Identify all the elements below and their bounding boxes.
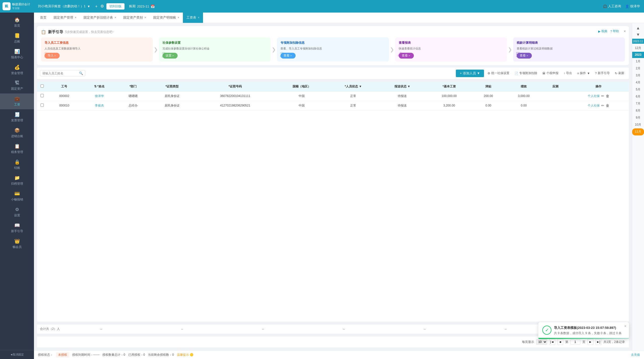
- next-page-button[interactable]: ►: [587, 339, 593, 345]
- settings-gear-icon[interactable]: ⚙: [100, 4, 104, 9]
- calendar-icon[interactable]: 📅: [151, 5, 155, 8]
- ai-consult-button[interactable]: 🎧 人工咨询: [603, 4, 621, 9]
- row2-name-link[interactable]: 李俊杰: [95, 104, 104, 107]
- row2-checkbox[interactable]: [41, 104, 44, 107]
- step-3-desc: 查看、导入员工专项附加扣除信息: [280, 46, 385, 51]
- video-icon: ▶: [598, 30, 600, 33]
- sidebar-unpin-button[interactable]: ◄取消固定: [0, 350, 34, 359]
- calendar-year-2023[interactable]: 2023: [632, 52, 644, 58]
- first-page-button[interactable]: |◄: [549, 339, 555, 345]
- sidebar-item-guide[interactable]: 📖 新手引导: [0, 220, 34, 236]
- row1-checkbox[interactable]: [41, 94, 44, 97]
- sidebar-item-settings[interactable]: ⚙ 设置: [0, 204, 34, 220]
- row1-nationality: 中国: [275, 91, 328, 101]
- export-button[interactable]: ↑ 导出: [562, 70, 574, 76]
- step-2-button[interactable]: 设置＞: [163, 53, 178, 59]
- tab-depreciation-close[interactable]: ×: [114, 16, 116, 19]
- calendar-down-arrow[interactable]: ▼: [635, 32, 641, 38]
- prev-page-button[interactable]: ◄: [557, 339, 563, 345]
- tab-payroll-close[interactable]: ×: [198, 16, 199, 19]
- help-link[interactable]: ? 帮助: [610, 29, 619, 33]
- select-all-checkbox[interactable]: [41, 84, 44, 88]
- sidebar-item-fixed-assets[interactable]: 🏗 固定资产: [0, 78, 34, 93]
- tab-depreciation[interactable]: 固定资产折旧统计表 ×: [80, 13, 120, 23]
- ledger-icon: 📒: [14, 33, 20, 38]
- sidebar-item-reports[interactable]: 📊 报表中心: [0, 46, 34, 62]
- add-account-icon[interactable]: ＋: [94, 4, 98, 9]
- sidebar-item-tax[interactable]: 📋 税务管理: [0, 141, 34, 157]
- sidebar-item-payroll[interactable]: 💼 工资: [0, 93, 34, 109]
- calendar-month-5[interactable]: 5月: [632, 86, 644, 93]
- calendar-month-6[interactable]: 6月: [632, 93, 644, 100]
- current-page-input[interactable]: [570, 339, 580, 344]
- row2-social-insurance-link[interactable]: 个人社保: [588, 104, 600, 108]
- refresh-button[interactable]: ↻ 刷新: [613, 70, 626, 76]
- filter-report-icon[interactable]: ▼: [407, 85, 410, 88]
- fixed-assets-icon: 🏗: [15, 80, 19, 86]
- sidebar-item-home[interactable]: 🏠 首页: [0, 15, 34, 30]
- tab-home[interactable]: 首页: [36, 13, 50, 23]
- toast-title: 导入工资表模板(2023-03-23 15:07:59.897): [554, 326, 625, 330]
- headset-icon: 🎧: [603, 5, 607, 8]
- calendar-up-arrow[interactable]: ▲: [635, 25, 641, 31]
- row1-social-insurance-link[interactable]: 个人社保: [588, 94, 600, 98]
- sidebar-item-expense[interactable]: 💳 小畅报销: [0, 188, 34, 204]
- filter-status-icon[interactable]: ▼: [359, 85, 362, 88]
- account-dropdown-icon[interactable]: ▼: [87, 5, 90, 8]
- tax-report-button[interactable]: 🏛 个税申报: [541, 70, 560, 76]
- toast-close-button[interactable]: ×: [624, 324, 626, 328]
- sidebar-item-fixed-assets-label: 固定资产: [11, 87, 23, 91]
- step-4-button[interactable]: 查看＞: [399, 53, 414, 59]
- onboarding-close-button[interactable]: ×: [624, 29, 626, 34]
- tab-fixed-assets-close[interactable]: ×: [75, 16, 76, 19]
- tab-payroll[interactable]: 工资表 ×: [183, 13, 203, 23]
- calendar-month-7[interactable]: 7月: [632, 100, 644, 107]
- calendar-month-1[interactable]: 1月: [632, 58, 644, 65]
- row2-delete-icon[interactable]: 🗑: [606, 104, 609, 108]
- per-page-select[interactable]: 10 20 50: [536, 339, 547, 345]
- special-deduction-button[interactable]: 📄 专项附加扣除: [513, 70, 539, 76]
- search-icon[interactable]: 🔍: [79, 71, 83, 75]
- tab-fixed-detail[interactable]: 固定资产明细账 ×: [150, 13, 183, 23]
- step-1-button[interactable]: 导入＞: [45, 53, 60, 59]
- calendar-month-9[interactable]: 9月: [632, 114, 644, 121]
- user-profile[interactable]: 👤 徐泽华: [625, 4, 640, 9]
- search-input[interactable]: [42, 72, 77, 75]
- step-5-button[interactable]: 查看＞: [517, 53, 532, 59]
- tab-fixed-category[interactable]: 固定资产类别 ×: [120, 13, 150, 23]
- calendar-month-4[interactable]: 4月: [632, 79, 644, 86]
- sidebar-item-closing[interactable]: 🔒 结账: [0, 157, 34, 173]
- sidebar-item-inventory[interactable]: 📦 进销台账: [0, 125, 34, 141]
- switch-version-button[interactable]: 切到旧版: [106, 3, 125, 10]
- row1-edit-icon[interactable]: ✏: [601, 94, 604, 98]
- sidebar-item-archive[interactable]: 📁 归档管理: [0, 173, 34, 188]
- sidebar-item-ledger[interactable]: 📒 总账: [0, 30, 34, 46]
- calendar-month-8[interactable]: 8月: [632, 107, 644, 114]
- last-page-button[interactable]: ►|: [595, 339, 601, 345]
- calendar-month-2[interactable]: 2月: [632, 65, 644, 72]
- row1-delete-icon[interactable]: 🗑: [606, 94, 609, 98]
- toolbar: 🔍 + 添加人员 ▼ ⚙ 统一社保设置 📄 专项附加扣除: [37, 68, 629, 79]
- step-3-button[interactable]: 查看＞: [280, 53, 296, 59]
- sidebar-item-funds[interactable]: 💰 资金管理: [0, 62, 34, 78]
- sidebar-item-member[interactable]: 👑 畅会员: [0, 236, 34, 252]
- calendar-month-10[interactable]: 10月: [632, 121, 644, 128]
- operations-button[interactable]: ≡ 操作 ▼: [576, 70, 591, 76]
- row1-name-link[interactable]: 徐泽华: [95, 94, 104, 98]
- calendar-month-3[interactable]: 3月: [632, 72, 644, 79]
- video-link[interactable]: ▶ 视频: [598, 29, 607, 33]
- sidebar-item-invoicing[interactable]: 🧾 发票管理: [0, 109, 34, 125]
- calendar-month-11[interactable]: 11月: [632, 128, 644, 135]
- row2-edit-icon[interactable]: ✏: [601, 104, 604, 108]
- tab-fixed-assets[interactable]: 固定资产管理 ×: [50, 13, 80, 23]
- newbie-guide-button[interactable]: ? 新手引导: [593, 70, 611, 76]
- tab-fixed-category-close[interactable]: ×: [144, 16, 146, 19]
- row2-apply: [543, 101, 568, 110]
- charge-link[interactable]: 去充值: [631, 353, 640, 357]
- calendar-month-12[interactable]: 12月: [632, 45, 644, 52]
- social-insurance-button[interactable]: ⚙ 统一社保设置: [486, 70, 511, 76]
- step-arrow-3: ❯: [389, 37, 395, 62]
- app-logo: 账 畅捷通好会计 专业版: [0, 0, 34, 13]
- tab-fixed-detail-close[interactable]: ×: [178, 16, 179, 19]
- add-person-button[interactable]: + 添加人员 ▼: [456, 70, 484, 77]
